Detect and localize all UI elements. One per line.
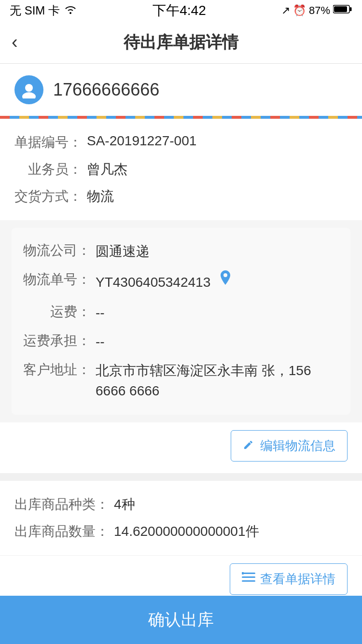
svg-rect-6 (242, 576, 255, 578)
goods-quantity-row: 出库商品数量： 14.620000000000001件 (14, 522, 348, 541)
goods-types-value: 4种 (114, 495, 348, 514)
address-row: 客户地址： 北京市市辖区海淀区永丰南 张，156 6666 6666 (23, 361, 339, 401)
doc-number-row: 单据编号： SA-20191227-001 (14, 133, 348, 152)
svg-point-3 (25, 84, 33, 92)
freight-bear-label: 运费承担： (23, 332, 91, 350)
goods-section: 出库商品种类： 4种 出库商品数量： 14.620000000000001件 (0, 481, 362, 555)
battery-icon (333, 4, 352, 17)
confirm-btn-text: 确认出库 (148, 609, 214, 631)
status-bar: 无 SIM 卡 下午4:42 ↗ ⏰ 87% (0, 0, 362, 21)
goods-quantity-value: 14.620000000000001件 (114, 522, 348, 541)
doc-info-section: 单据编号： SA-20191227-001 业务员： 曾凡杰 交货方式： 物流 (0, 119, 362, 220)
delivery-method-value: 物流 (87, 187, 348, 206)
svg-point-4 (22, 92, 36, 98)
freight-bear-row: 运费承担： -- (23, 332, 339, 352)
delivery-method-row: 交货方式： 物流 (14, 187, 348, 206)
doc-number-label: 单据编号： (14, 133, 82, 152)
user-header: 17666666666 (0, 64, 362, 116)
svg-rect-2 (334, 6, 347, 12)
sales-person-row: 业务员： 曾凡杰 (14, 160, 348, 179)
page-title: 待出库单据详情 (124, 31, 238, 54)
user-phone: 17666666666 (53, 80, 159, 100)
freight-bear-value: -- (96, 332, 339, 352)
wifi-icon (64, 4, 77, 17)
edit-logistics-button[interactable]: 编辑物流信息 (231, 430, 348, 462)
goods-types-row: 出库商品种类： 4种 (14, 495, 348, 514)
confirm-btn-bar[interactable]: 确认出库 (0, 596, 362, 644)
alarm-icon: ⏰ (293, 4, 306, 17)
doc-number-value: SA-20191227-001 (87, 133, 348, 149)
status-left: 无 SIM 卡 (10, 3, 77, 18)
edit-icon (243, 438, 255, 454)
svg-rect-5 (242, 573, 255, 574)
back-button[interactable]: ‹ (12, 32, 18, 53)
nav-bar: ‹ 待出库单据详情 (0, 21, 362, 64)
svg-rect-8 (242, 572, 244, 574)
logistics-company-row: 物流公司： 圆通速递 (23, 241, 339, 262)
edit-btn-container: 编辑物流信息 (0, 422, 362, 473)
delivery-method-label: 交货方式： (14, 187, 82, 206)
logistics-company-value: 圆通速递 (96, 241, 339, 262)
battery-text: 87% (309, 4, 330, 17)
logistics-company-label: 物流公司： (23, 241, 91, 260)
location-status-icon: ↗ (281, 4, 290, 17)
view-icon (242, 572, 255, 587)
tracking-number-label: 物流单号： (23, 270, 91, 289)
section-separator (0, 473, 362, 481)
sales-person-label: 业务员： (14, 160, 82, 179)
tracking-number-row: 物流单号： YT4306405342413 (23, 270, 339, 294)
edit-logistics-label: 编辑物流信息 (260, 437, 335, 454)
avatar (14, 75, 43, 104)
tracking-number-text: YT4306405342413 (96, 272, 210, 293)
status-right: ↗ ⏰ 87% (281, 4, 352, 17)
sales-person-value: 曾凡杰 (87, 160, 348, 179)
tracking-location-icon[interactable] (218, 270, 233, 294)
address-value: 北京市市辖区海淀区永丰南 张，156 6666 6666 (96, 361, 339, 401)
freight-row: 运费： -- (23, 303, 339, 323)
goods-types-label: 出库商品种类： (14, 495, 109, 514)
tracking-number-value: YT4306405342413 (96, 270, 339, 294)
freight-value: -- (96, 303, 339, 323)
status-time: 下午4:42 (153, 1, 206, 20)
freight-label: 运费： (23, 303, 91, 321)
goods-quantity-label: 出库商品数量： (14, 522, 109, 541)
view-details-button[interactable]: 查看单据详情 (230, 563, 348, 595)
logistics-card: 物流公司： 圆通速递 物流单号： YT4306405342413 运费： -- … (12, 228, 350, 415)
svg-rect-7 (242, 580, 255, 582)
svg-rect-1 (350, 7, 352, 11)
address-label: 客户地址： (23, 361, 91, 379)
carrier-text: 无 SIM 卡 (10, 3, 60, 18)
view-details-label: 查看单据详情 (260, 571, 335, 588)
